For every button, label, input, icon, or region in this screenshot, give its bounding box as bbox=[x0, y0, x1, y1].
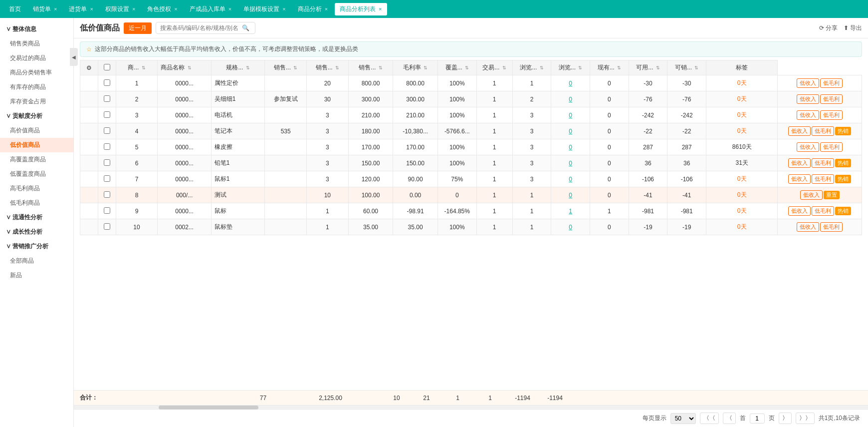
row-checkbox[interactable] bbox=[104, 223, 110, 230]
row-check[interactable] bbox=[98, 203, 116, 219]
col-header-name[interactable]: 商品名称 ⇅ bbox=[158, 60, 212, 75]
col-header-trade[interactable]: 交易... ⇅ bbox=[476, 60, 512, 75]
nav-analysis-close[interactable]: × bbox=[325, 6, 328, 12]
sidebar-item-category-sales[interactable]: 商品分类销售率 bbox=[0, 65, 73, 80]
sidebar-item-stock-capital[interactable]: 库存资金占用 bbox=[0, 94, 73, 109]
row-check[interactable] bbox=[98, 139, 116, 155]
row-checkbox[interactable] bbox=[104, 79, 110, 86]
nav-permission[interactable]: 权限设置 × bbox=[100, 3, 140, 15]
sidebar-item-low-profit[interactable]: 低毛利商品 bbox=[0, 196, 73, 210]
view1-link[interactable]: 0 bbox=[569, 128, 572, 135]
nav-template-close[interactable]: × bbox=[282, 6, 285, 12]
view1-link[interactable]: 0 bbox=[569, 192, 572, 199]
view1-link[interactable]: 0 bbox=[569, 80, 572, 87]
next-page-button[interactable]: 〉 bbox=[779, 413, 792, 424]
sidebar-item-traded-goods[interactable]: 交易过的商品 bbox=[0, 51, 73, 65]
col-header-view1[interactable]: 浏览... ⇅ bbox=[512, 60, 551, 75]
col-header-sales-price[interactable]: 销售... ⇅ bbox=[307, 60, 349, 75]
row-check[interactable] bbox=[98, 91, 116, 107]
row-checkbox[interactable] bbox=[104, 175, 110, 182]
search-icon[interactable]: 🔍 bbox=[242, 24, 249, 31]
row-check[interactable] bbox=[98, 187, 116, 203]
sidebar-item-high-profit[interactable]: 高毛利商品 bbox=[0, 181, 73, 196]
row-checkbox[interactable] bbox=[104, 95, 110, 102]
col-header-setting[interactable]: ⚙ bbox=[80, 60, 98, 75]
sidebar-item-low-coverage[interactable]: 低覆盖度商品 bbox=[0, 167, 73, 181]
nav-purchase-close[interactable]: × bbox=[90, 6, 93, 12]
row-check[interactable] bbox=[98, 123, 116, 139]
search-input[interactable] bbox=[160, 24, 240, 31]
view1-link[interactable]: 0 bbox=[569, 96, 572, 103]
nav-sales-close[interactable]: × bbox=[54, 6, 57, 12]
select-all-checkbox[interactable] bbox=[104, 64, 110, 70]
share-button[interactable]: ⟳ 分享 bbox=[819, 24, 838, 32]
row-checkbox[interactable] bbox=[104, 143, 110, 150]
row-checkbox[interactable] bbox=[104, 207, 110, 214]
nav-purchase-order[interactable]: 进货单 × bbox=[64, 3, 98, 15]
col-header-sales-qty[interactable]: 销售... ⇅ bbox=[265, 60, 307, 75]
sidebar-item-sales-goods[interactable]: 销售类商品 bbox=[0, 36, 73, 51]
row-checkbox[interactable] bbox=[104, 127, 110, 134]
nav-product-close[interactable]: × bbox=[228, 6, 231, 12]
col-header-sellable[interactable]: 可销... ⇅ bbox=[667, 60, 706, 75]
nav-sales-order[interactable]: 销货单 × bbox=[28, 3, 62, 15]
sidebar-item-low-value[interactable]: 低价值商品 bbox=[0, 138, 73, 152]
row-check[interactable] bbox=[98, 219, 116, 235]
row-view1: 0 bbox=[551, 219, 590, 235]
sidebar-group-marketing[interactable]: ∨ 营销推广分析 bbox=[0, 239, 73, 254]
view1-link[interactable]: 0 bbox=[569, 224, 572, 231]
col-header-sales-amt[interactable]: 销售... ⇅ bbox=[348, 60, 393, 75]
view1-link[interactable]: 0 bbox=[569, 160, 572, 167]
row-checkbox[interactable] bbox=[104, 111, 110, 118]
col-header-gross[interactable]: 毛利率 ⇅ bbox=[393, 60, 438, 75]
sidebar-item-high-coverage[interactable]: 高覆盖度商品 bbox=[0, 152, 73, 167]
view1-link[interactable]: 0 bbox=[569, 176, 572, 183]
per-page-select[interactable]: 50 20 100 bbox=[670, 413, 696, 424]
row-check[interactable] bbox=[98, 171, 116, 187]
tag-label: 低收入 bbox=[788, 206, 811, 216]
page-number-input[interactable] bbox=[750, 414, 765, 424]
row-checkbox[interactable] bbox=[104, 191, 110, 198]
nav-template-setting[interactable]: 单据模板设置 × bbox=[238, 3, 290, 15]
row-check[interactable] bbox=[98, 75, 116, 91]
sidebar-group-liquidity[interactable]: ∨ 流通性分析 bbox=[0, 210, 73, 225]
sidebar-group-contribution[interactable]: ∨ 贡献度分析 bbox=[0, 109, 73, 123]
nav-home[interactable]: 首页 bbox=[4, 3, 26, 15]
summary-coverage: 10 bbox=[382, 395, 412, 402]
row-checkbox[interactable] bbox=[104, 159, 110, 166]
nav-role-auth[interactable]: 角色授权 × bbox=[142, 3, 182, 15]
last-page-button[interactable]: 〉〉 bbox=[796, 413, 815, 424]
nav-permission-close[interactable]: × bbox=[132, 6, 135, 12]
row-name: 属性定价 bbox=[211, 75, 265, 91]
sidebar-item-high-value[interactable]: 高价值商品 bbox=[0, 123, 73, 138]
filter-near-month-button[interactable]: 近一月 bbox=[124, 22, 152, 34]
sidebar-item-new-goods[interactable]: 新品 bbox=[0, 268, 73, 283]
row-trade: 3 bbox=[512, 123, 551, 139]
nav-role-close[interactable]: × bbox=[174, 6, 177, 12]
view1-link[interactable]: 1 bbox=[569, 208, 572, 215]
view1-link[interactable]: 0 bbox=[569, 144, 572, 151]
nav-product-stock[interactable]: 产成品入库单 × bbox=[185, 3, 236, 15]
nav-analysis-list-close[interactable]: × bbox=[379, 6, 382, 12]
col-header-code[interactable]: 商... ⇅ bbox=[116, 60, 158, 75]
prev-page-button[interactable]: 〈 bbox=[723, 413, 736, 424]
table-container[interactable]: ⚙ 商... ⇅ 商品名称 ⇅ 规格... ⇅ 销售... ⇅ 销售... ⇅ … bbox=[74, 60, 868, 390]
col-header-coverage[interactable]: 覆盖... ⇅ bbox=[437, 60, 476, 75]
sidebar-collapse-button[interactable]: ◀ bbox=[70, 48, 78, 66]
col-header-avail[interactable]: 可用... ⇅ bbox=[629, 60, 667, 75]
col-header-spec[interactable]: 规格... ⇅ bbox=[211, 60, 265, 75]
sidebar-group-growth[interactable]: ∨ 成长性分析 bbox=[0, 225, 73, 239]
row-check[interactable] bbox=[98, 107, 116, 123]
nav-goods-analysis-list[interactable]: 商品分析列表 × bbox=[335, 3, 387, 15]
first-page-button[interactable]: 〈〈 bbox=[700, 413, 719, 424]
col-header-current[interactable]: 现有... ⇅ bbox=[590, 60, 629, 75]
sidebar-item-all-goods[interactable]: 全部商品 bbox=[0, 254, 73, 268]
export-button[interactable]: ⬆ 导出 bbox=[844, 24, 862, 32]
col-header-check[interactable] bbox=[98, 60, 116, 75]
sidebar-item-stock-goods[interactable]: 有库存的商品 bbox=[0, 80, 73, 94]
nav-goods-analysis[interactable]: 商品分析 × bbox=[293, 3, 333, 15]
col-header-view2[interactable]: 浏览... ⇅ bbox=[551, 60, 590, 75]
row-check[interactable] bbox=[98, 155, 116, 171]
sidebar-group-overview[interactable]: ∨ 整体信息 bbox=[0, 22, 73, 36]
view1-link[interactable]: 0 bbox=[569, 112, 572, 119]
